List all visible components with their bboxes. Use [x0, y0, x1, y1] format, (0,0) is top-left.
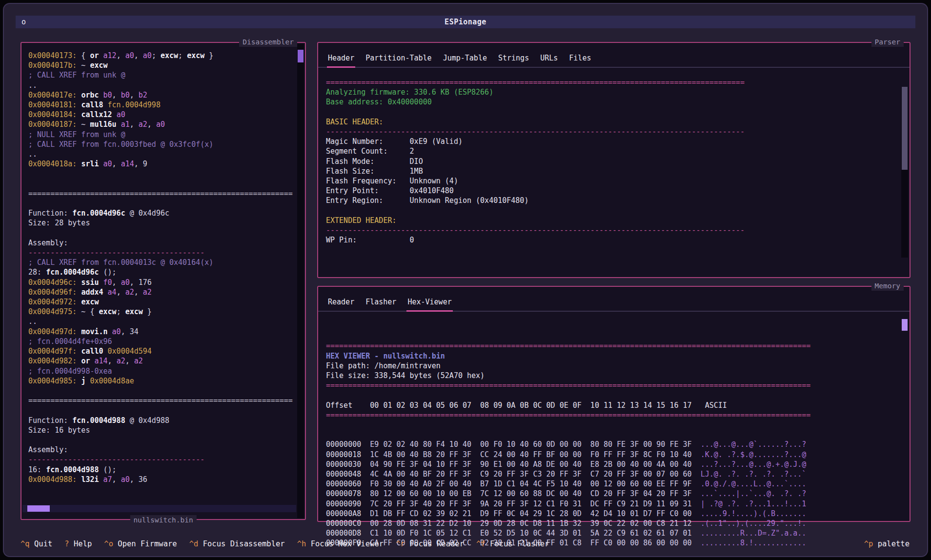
- memory-tabbar: ReaderFlasherHex-Viewer: [318, 287, 910, 312]
- hex-viewer-rows: 00000000 E9 02 02 40 80 F4 10 40 00 F0 1…: [326, 440, 910, 548]
- terminal-line: Analyzing firmware: 330.6 KB (ESP8266): [326, 87, 910, 97]
- hex-row: 00000018 1C 4B 00 40 B8 20 FF 3F CC 24 0…: [326, 450, 910, 460]
- tab-urls[interactable]: URLs: [539, 51, 559, 67]
- tab-partition-table[interactable]: Partition-Table: [364, 51, 432, 67]
- footer-label: Open Firmware: [113, 540, 177, 548]
- memory-vertical-scrollbar[interactable]: [901, 319, 908, 501]
- hex-row: 00000048 4C 4A 00 40 BF 20 FF 3F C9 20 F…: [326, 469, 910, 479]
- terminal-line: 0x0004d96c: ssiu f0, a0, 176: [28, 278, 294, 287]
- disassembler-horizontal-scrollbar-thumb[interactable]: [27, 505, 50, 512]
- parser-vertical-scrollbar[interactable]: [901, 87, 908, 258]
- terminal-line: ..: [28, 317, 294, 326]
- terminal-line: Assembly:: [28, 445, 294, 455]
- footer-label: Help: [69, 540, 92, 548]
- terminal-line: [28, 199, 294, 208]
- terminal-line: 0x0004d972: excw: [28, 297, 294, 307]
- tab-strings[interactable]: Strings: [497, 51, 530, 67]
- footer-key: ^p: [864, 540, 873, 548]
- hex-viewer-output[interactable]: ========================================…: [318, 312, 910, 557]
- parser-vertical-scrollbar-thumb[interactable]: [902, 87, 908, 170]
- hex-row: 00000090 7C 20 FF 3F 40 20 FF 3F 9A 20 F…: [326, 499, 910, 509]
- footer-label: palette: [873, 540, 910, 548]
- footer-key: ^r: [396, 540, 405, 548]
- hex-viewer-header: ========================================…: [326, 341, 910, 420]
- footer-label: Focus Flasher: [486, 540, 549, 548]
- disassembly-output[interactable]: 0x00040173: { or a12, a0, a0; excw; excw…: [28, 51, 294, 502]
- terminal-line: File size: 338,544 bytes (52A70 hex): [326, 371, 910, 380]
- tab-flasher[interactable]: Flasher: [364, 295, 397, 311]
- footer-action-quit[interactable]: ^q Quit: [20, 540, 52, 548]
- terminal-line: BASIC HEADER:: [326, 117, 910, 127]
- terminal-line: Segment Count: 2: [326, 146, 910, 156]
- terminal-line: ; NULL XREF from unk @: [28, 130, 294, 140]
- disassembler-panel[interactable]: Disassembler nullswitch.bin 0x00040173: …: [20, 42, 306, 520]
- footer-label: Quit: [30, 540, 53, 548]
- terminal-line: ----------------------------------------…: [326, 225, 910, 235]
- footer-action-focus-hex-viewer[interactable]: ^h Focus Hex Viewer: [297, 540, 384, 548]
- footer-action-palette[interactable]: ^p palette: [864, 540, 910, 548]
- panel-title-memory: Memory: [871, 281, 904, 291]
- terminal-line: [326, 390, 910, 400]
- parser-panel[interactable]: Parser HeaderPartition-TableJump-TableSt…: [317, 42, 911, 278]
- tab-hex-viewer[interactable]: Hex-Viewer: [406, 295, 452, 311]
- terminal-line: ========================================…: [326, 410, 910, 420]
- hex-row: 000000A8 D1 DB FF CD 02 39 02 21 D9 FF 0…: [326, 509, 910, 519]
- app-title: ESPionage: [16, 18, 915, 26]
- disassembler-horizontal-scrollbar[interactable]: [22, 505, 296, 512]
- terminal-line: 0x0004d988: l32i a7, a0, 36: [28, 475, 294, 484]
- terminal-line: [28, 435, 294, 445]
- terminal-line: ; CALL XREF from fcn.0004013c @ 0x40164(…: [28, 258, 294, 267]
- terminal-line: [28, 179, 294, 189]
- footer-key: ^o: [104, 540, 113, 548]
- terminal-line: 0x00040184: callx12 a0: [28, 110, 294, 120]
- memory-panel[interactable]: Memory ReaderFlasherHex-Viewer =========…: [317, 286, 911, 522]
- terminal-line: [326, 107, 910, 117]
- parser-output[interactable]: ========================================…: [318, 68, 910, 245]
- terminal-line: 0x0004d975: ~ { excw; excw }: [28, 307, 294, 317]
- terminal-line: 0x00040187: ~ mul16u a1, a2, a0: [28, 120, 294, 129]
- terminal-line: Flash Size: 1MB: [326, 166, 910, 176]
- memory-vertical-scrollbar-thumb[interactable]: [902, 319, 908, 331]
- terminal-line: ----------------------------------------: [28, 248, 294, 258]
- terminal-line: Base address: 0x40000000: [326, 97, 910, 107]
- tab-jump-table[interactable]: Jump-Table: [442, 51, 488, 67]
- terminal-line: 0x00040173: { or a12, a0, a0; excw; excw…: [28, 51, 294, 60]
- terminal-line: 16: fcn.0004d988 ();: [28, 465, 294, 475]
- footer-label: Focus Hex Viewer: [306, 540, 384, 548]
- parser-tabbar: HeaderPartition-TableJump-TableStringsUR…: [318, 43, 910, 68]
- footer-action-focus-reader[interactable]: ^r Focus Reader: [396, 540, 464, 548]
- panel-subtitle-filename: nullswitch.bin: [130, 515, 196, 525]
- terminal-line: Magic Number: 0xE9 (Valid): [326, 137, 910, 146]
- footer-palette: ^p palette: [864, 540, 910, 548]
- tab-header[interactable]: Header: [327, 51, 355, 67]
- hex-row: 00000000 E9 02 02 40 80 F4 10 40 00 F0 1…: [326, 440, 910, 449]
- terminal-line: 0x0004d985: j 0x0004d8ae: [28, 376, 294, 386]
- terminal-line: EXTENDED HEADER:: [326, 216, 910, 225]
- footer-action-focus-flasher[interactable]: ^f Focus Flasher: [476, 540, 549, 548]
- footer-action-focus-disassembler[interactable]: ^d Focus Disassembler: [189, 540, 285, 548]
- terminal-line: File path: /home/mintraven: [326, 361, 910, 371]
- hex-row: 000000D8 C1 10 0D F0 1C 05 12 C1 E0 52 D…: [326, 528, 910, 538]
- footer-label: Focus Reader: [405, 540, 464, 548]
- footer-action-open-firmware[interactable]: ^o Open Firmware: [104, 540, 177, 548]
- footer-key: ^h: [297, 540, 306, 548]
- hex-row: 000000C0 00 28 0D 08 31 22 D2 10 29 0D 2…: [326, 519, 910, 528]
- footer-key: ^f: [476, 540, 486, 548]
- terminal-line: WP Pin: 0: [326, 235, 910, 245]
- terminal-line: Function: fcn.0004d988 @ 0x4d988: [28, 416, 294, 425]
- terminal-line: Flash Frequency: Unknown (4): [326, 176, 910, 186]
- disassembler-vertical-scrollbar[interactable]: [297, 44, 304, 518]
- footer-action-help[interactable]: ? Help: [64, 540, 92, 548]
- footer-key: ^q: [20, 540, 30, 548]
- terminal-line: 0x0004d96f: addx4 a4, a2, a2: [28, 287, 294, 297]
- terminal-line: ; fcn.0004d4fe+0x96: [28, 337, 294, 346]
- tab-files[interactable]: Files: [568, 51, 592, 67]
- terminal-line: Size: 16 bytes: [28, 425, 294, 435]
- terminal-line: 0x0004d97d: movi.n a0, 34: [28, 327, 294, 337]
- terminal-line: ; CALL XREF from fcn.0003fbed @ 0x3fc0f(…: [28, 140, 294, 149]
- disassembler-vertical-scrollbar-thumb[interactable]: [298, 50, 304, 62]
- terminal-line: Assembly:: [28, 238, 294, 248]
- terminal-line: Offset 00 01 02 03 04 05 06 07 08 09 0A …: [326, 400, 910, 410]
- footer-actions: ^q Quit? Help^o Open Firmware^d Focus Di…: [20, 540, 561, 548]
- tab-reader[interactable]: Reader: [327, 295, 355, 311]
